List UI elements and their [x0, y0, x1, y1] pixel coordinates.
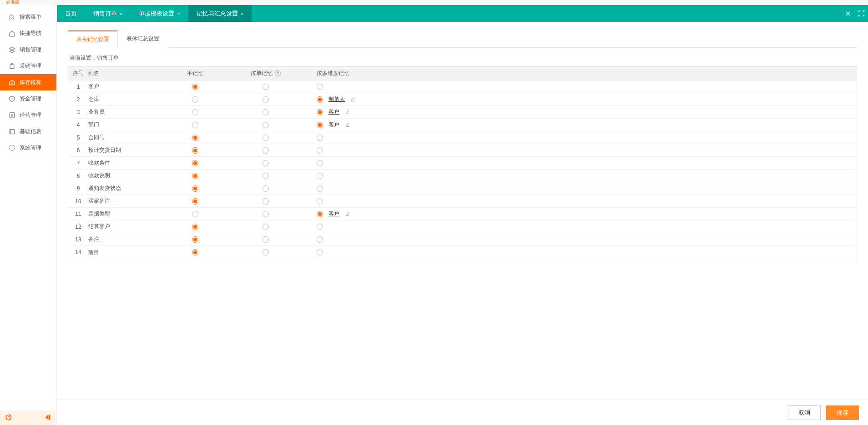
radio-no-memory[interactable] [192, 236, 198, 243]
cancel-button[interactable]: 取消 [788, 405, 821, 420]
save-button[interactable]: 保存 [826, 405, 859, 420]
radio-by-order[interactable] [262, 109, 269, 115]
radio-by-dim[interactable] [317, 109, 323, 115]
radio-no-memory[interactable] [192, 109, 198, 115]
fullscreen-button[interactable] [854, 5, 868, 22]
edit-icon[interactable] [345, 122, 350, 128]
radio-no-memory[interactable] [192, 135, 198, 141]
radio-by-order[interactable] [262, 224, 269, 230]
sales-mgmt-icon [8, 46, 15, 53]
dimension-link[interactable]: 制单人 [328, 95, 345, 103]
radio-by-dim[interactable] [317, 224, 323, 230]
radio-by-order[interactable] [262, 185, 269, 192]
table-row: 1客户 [68, 80, 857, 93]
version-label: 标准版 [6, 0, 20, 5]
radio-by-order[interactable] [262, 236, 269, 243]
close-icon[interactable]: × [177, 11, 180, 16]
radio-no-memory[interactable] [192, 224, 198, 230]
radio-by-dim[interactable] [317, 84, 323, 90]
cell-colname: 合同号 [88, 134, 161, 141]
radio-no-memory[interactable] [192, 122, 198, 128]
sidebar-item-fund-mgmt[interactable]: 资金管理 [0, 90, 56, 107]
sidebar-item-inventory-acct[interactable]: 库存核算 [0, 74, 56, 90]
radio-no-memory[interactable] [192, 84, 198, 90]
sidebar-item-system-mgmt[interactable]: 系统管理 [0, 140, 56, 156]
help-icon[interactable]: ? [275, 70, 281, 76]
edit-icon[interactable] [345, 211, 350, 217]
radio-by-order[interactable] [262, 135, 269, 141]
cell-colname: 预计交货日期 [88, 146, 161, 154]
close-all-tabs-button[interactable] [841, 5, 854, 22]
sidebar-item-search-menu[interactable]: 搜索菜单 [0, 9, 56, 25]
sidebar-item-sales-mgmt[interactable]: 销售管理 [0, 41, 56, 58]
sidebar-item-label: 销售管理 [20, 46, 41, 54]
radio-by-dim[interactable] [317, 236, 323, 243]
radio-by-order[interactable] [262, 122, 269, 128]
radio-by-dim[interactable] [317, 147, 323, 154]
radio-by-dim[interactable] [317, 185, 323, 192]
sidebar-item-quick-nav[interactable]: 快捷导航 [0, 25, 56, 41]
table-row: 5合同号 [68, 131, 857, 144]
radio-by-order[interactable] [262, 198, 269, 205]
cell-colname: 仓库 [88, 95, 161, 103]
sidebar-item-base-info[interactable]: 基础信息 [0, 123, 56, 140]
radio-by-dim[interactable] [317, 96, 323, 103]
radio-no-memory[interactable] [192, 147, 198, 154]
dimension-link[interactable]: 客户 [328, 121, 339, 129]
edit-icon[interactable] [345, 110, 350, 115]
sidebar-item-business-mgmt[interactable]: 经营管理 [0, 107, 56, 123]
table-row: 6预计交货日期 [68, 144, 857, 157]
dimension-link[interactable]: 客户 [328, 108, 339, 116]
radio-by-order[interactable] [262, 160, 269, 166]
tab-0[interactable]: 首页 [57, 5, 85, 22]
close-icon[interactable]: × [120, 11, 122, 16]
radio-no-memory[interactable] [192, 96, 198, 103]
dimension-link[interactable]: 客户 [328, 210, 339, 218]
business-mgmt-icon [8, 111, 15, 119]
sidebar-item-purchase-mgmt[interactable]: 采购管理 [0, 58, 56, 74]
radio-by-order[interactable] [262, 96, 269, 103]
radio-by-dim[interactable] [317, 135, 323, 141]
cell-colname: 结算客户 [88, 223, 161, 230]
close-icon[interactable]: × [241, 11, 243, 16]
radio-by-order[interactable] [262, 84, 269, 90]
radio-by-dim[interactable] [317, 198, 323, 205]
radio-by-dim[interactable] [317, 122, 323, 128]
radio-by-dim[interactable] [317, 173, 323, 179]
radio-by-order[interactable] [262, 211, 269, 217]
collapse-icon[interactable] [45, 415, 51, 421]
radio-by-order[interactable] [262, 249, 269, 255]
radio-by-dim[interactable] [317, 249, 323, 255]
table-row: 10买家备注 [68, 195, 857, 208]
cell-seq: 4 [68, 122, 88, 128]
table-row: 12结算客户 [68, 220, 857, 233]
base-info-icon [8, 128, 15, 135]
radio-by-order[interactable] [262, 173, 269, 179]
tab-label: 首页 [65, 10, 77, 18]
tab-2[interactable]: 单据模板设置× [131, 5, 188, 22]
radio-no-memory[interactable] [192, 198, 198, 205]
inner-tab-0[interactable]: 表头记忆设置 [68, 30, 118, 48]
cell-seq: 6 [68, 147, 88, 154]
cell-colname: 通知发货状态 [88, 185, 161, 192]
radio-no-memory[interactable] [192, 211, 198, 217]
edit-icon[interactable] [350, 97, 356, 102]
sidebar-item-label: 快捷导航 [20, 30, 41, 37]
radio-by-order[interactable] [262, 147, 269, 154]
cell-colname: 收款条件 [88, 159, 161, 167]
inner-tab-1[interactable]: 表体汇总设置 [118, 30, 168, 48]
radio-no-memory[interactable] [192, 249, 198, 255]
table-row: 2仓库制单人 [68, 93, 857, 106]
sidebar-item-label: 资金管理 [20, 95, 41, 103]
radio-by-dim[interactable] [317, 160, 323, 166]
gear-icon[interactable] [5, 414, 12, 422]
radio-no-memory[interactable] [192, 160, 198, 166]
radio-no-memory[interactable] [192, 173, 198, 179]
sidebar-item-label: 系统管理 [20, 144, 41, 152]
tab-1[interactable]: 销售订单× [85, 5, 131, 22]
radio-by-dim[interactable] [317, 211, 323, 217]
table-row: 8收款说明 [68, 170, 857, 182]
cell-seq: 13 [68, 236, 88, 243]
tab-3[interactable]: 记忆与汇总设置× [188, 5, 252, 22]
radio-no-memory[interactable] [192, 185, 198, 192]
